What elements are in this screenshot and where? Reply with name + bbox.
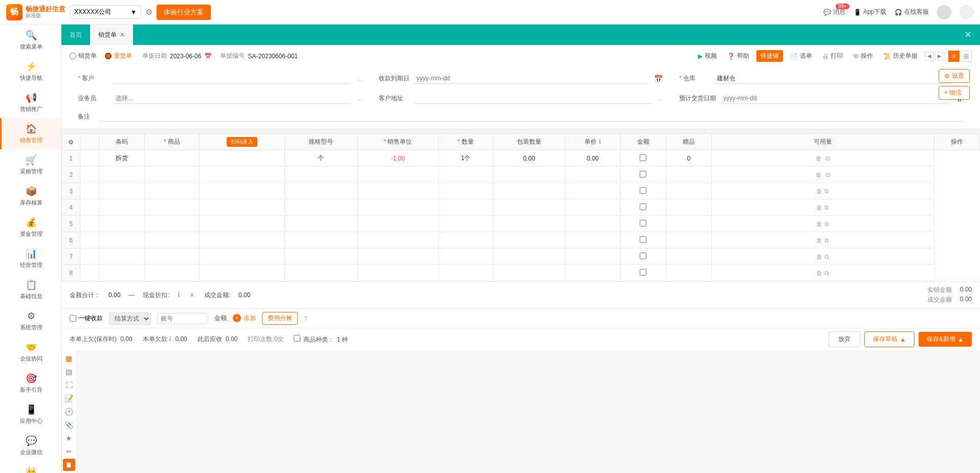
sidebar-item-marketing[interactable]: 📢 营销推广 [0, 87, 61, 118]
delete-icon-2[interactable]: 🗑 [816, 171, 822, 178]
customer-input[interactable] [113, 73, 351, 84]
account-input[interactable] [157, 313, 208, 324]
sidebar-item-basic[interactable]: 📋 基础信息 [0, 274, 61, 305]
customer-dots[interactable]: ... [357, 75, 362, 82]
sidebar-item-finance[interactable]: 💰 资金管理 [0, 212, 61, 243]
message-action[interactable]: 💬 消息 99+ [823, 8, 845, 16]
right-panel-orange-btn[interactable]: 📋 [63, 459, 75, 471]
row-gift-1[interactable] [620, 150, 666, 167]
right-panel-attachment-btn[interactable]: 📎 [63, 419, 75, 431]
right-panel-table2-btn[interactable]: ▤ [63, 366, 75, 378]
customer-address-input[interactable] [413, 93, 652, 104]
sidebar-item-member[interactable]: 👑 畅会员 [0, 461, 61, 473]
payment-due-calendar-icon[interactable]: 📅 [654, 75, 663, 83]
prev-arrow[interactable]: ◀ [925, 52, 934, 61]
row-action-2: 🗑 ⧉ [711, 167, 934, 183]
expense-split-btn[interactable]: 费用分摊 [262, 312, 298, 325]
right-panel-notes-btn[interactable]: 📝 [63, 392, 75, 404]
doc-header-top: 销货单 退货单 单据日期 2023-06-06 [70, 50, 972, 62]
close-window-icon[interactable]: ✕ [956, 29, 980, 40]
salesperson-dots[interactable]: ... [357, 95, 362, 102]
row-qty-1[interactable]: -1.00 [357, 150, 439, 167]
cart-icon: 🛒 [26, 154, 37, 166]
experience-button[interactable]: 体验行业方案 [157, 5, 211, 20]
tab-bar: 首页 销货单 ✕ ✕ [61, 25, 980, 45]
debt-info-icon[interactable]: ℹ [169, 335, 171, 343]
table-wrapper: ⚙ 条码 * 商品 扫码录入 规格型号 * 销售单位 * 数量 包装数量 单价 … [61, 133, 980, 281]
copy-icon-1[interactable]: ⧉ [825, 155, 830, 162]
right-panel-fullscreen-btn[interactable]: ⛶ [63, 379, 75, 391]
sales-order-radio[interactable]: 销货单 [70, 52, 97, 60]
right-panel-star-btn[interactable]: ★ [63, 432, 75, 444]
next-arrow[interactable]: ▶ [935, 52, 944, 61]
view-list-btn[interactable]: ≡ [948, 51, 960, 62]
select-btn[interactable]: 📄 选单 [787, 51, 815, 61]
dash: — [128, 291, 135, 299]
sidebar-item-purchase[interactable]: 🛒 采购管理 [0, 149, 61, 181]
operate-icon: ⚙ [853, 53, 859, 60]
sidebar-item-search[interactable]: 🔍 搜索菜单 [0, 25, 61, 56]
sidebar-item-cooperation[interactable]: 🤝 企业协同 [0, 336, 61, 368]
unit-price-info-icon[interactable]: ℹ [599, 138, 601, 145]
one-click-payment[interactable]: 一键收款 [70, 314, 103, 323]
company-selector[interactable]: XXXXXX公司 ▼ [70, 5, 141, 19]
info-discount-icon[interactable]: ℹ [178, 291, 180, 299]
this-order-debt: 本单欠款 ℹ 0.00 [143, 335, 187, 344]
expense-info-icon[interactable]: ? [304, 315, 308, 322]
salesperson-input[interactable] [113, 93, 351, 104]
tab-home[interactable]: 首页 [61, 25, 90, 45]
sidebar-item-system[interactable]: ⚙ 系统管理 [0, 305, 61, 336]
sidebar-item-wechat[interactable]: 💬 企业微信 [0, 430, 61, 461]
app-download-action[interactable]: 📱 App下载 [854, 8, 886, 16]
save-draft-button[interactable]: 保存草稿 ▲ [864, 331, 914, 347]
address-dots[interactable]: ... [658, 95, 663, 102]
avatar[interactable] [937, 5, 951, 19]
shortcut-btn[interactable]: 快捷键 [756, 50, 783, 62]
add-payment-icon[interactable]: + 添加 [233, 314, 256, 323]
col-num-header [80, 134, 99, 150]
print-btn[interactable]: 🖨 打印 [819, 51, 846, 61]
video-btn[interactable]: ▶ 视频 [695, 51, 720, 61]
row-price-1[interactable]: 0.00 [493, 150, 565, 167]
settlement-method-select[interactable]: 结算方式 [109, 312, 151, 325]
delete-icon-1[interactable]: 🗑 [816, 155, 822, 162]
remarks-input[interactable] [98, 112, 964, 122]
money-icon: 💰 [26, 217, 37, 228]
avatar-extra[interactable] [960, 5, 974, 19]
return-order-radio[interactable]: 退货单 [105, 52, 132, 60]
logistics-btn[interactable]: + 物流 [939, 86, 970, 100]
sidebar-item-app-center[interactable]: 📱 应用中心 [0, 399, 61, 430]
help-btn[interactable]: ❓ 帮助 [724, 51, 752, 61]
sidebar-item-operations[interactable]: 📊 经营管理 [0, 243, 61, 274]
expected-delivery-input[interactable] [720, 93, 949, 104]
sidebar-item-quick-nav[interactable]: ⚡ 快捷导航 [0, 56, 61, 87]
logo-text: 畅捷通好生意 标准版 [26, 5, 66, 19]
right-panel-history-btn[interactable]: 🕐 [63, 406, 75, 418]
copy-icon-2[interactable]: ⧉ [825, 171, 830, 178]
settings-btn[interactable]: ⚙ 设置 [939, 69, 970, 83]
abandon-button[interactable]: 放弃 [829, 331, 860, 347]
row-barcode-1[interactable] [80, 150, 99, 167]
scan-button[interactable]: 扫码录入 [227, 137, 257, 147]
customer-address-field: 客户地址 ... [371, 91, 671, 106]
history-btn[interactable]: 📜 历史单据 [880, 51, 921, 61]
view-grid-btn[interactable]: ⊞ [961, 51, 972, 62]
warehouse-input[interactable] [714, 73, 952, 84]
col-settings[interactable]: ⚙ [62, 134, 80, 150]
add-icon[interactable]: + [233, 314, 241, 322]
sidebar-item-guide[interactable]: 🎯 新手引导 [0, 368, 61, 399]
tab-close-icon[interactable]: ✕ [120, 31, 125, 38]
col-scan: 扫码录入 [199, 134, 285, 150]
operate-btn[interactable]: ⚙ 操作 [850, 51, 876, 61]
sidebar-item-inventory[interactable]: 📦 库存核算 [0, 181, 61, 212]
save-new-button[interactable]: 保存&新增 ▲ [919, 332, 972, 347]
tab-sales-order[interactable]: 销货单 ✕ [90, 25, 133, 45]
calendar-icon[interactable]: 📅 [204, 53, 212, 60]
online-service-action[interactable]: 🎧 在线客服 [895, 8, 929, 16]
payment-due-input[interactable] [413, 73, 648, 84]
right-panel-edit-btn[interactable]: ✏ [63, 445, 75, 458]
salesperson-field: 业务员 ... [70, 91, 371, 106]
settings-icon[interactable]: ⚙ [145, 7, 153, 17]
right-panel-table-btn[interactable]: ▦ [63, 352, 75, 365]
sidebar-item-sales[interactable]: 🏠 销售管理 [0, 118, 61, 149]
